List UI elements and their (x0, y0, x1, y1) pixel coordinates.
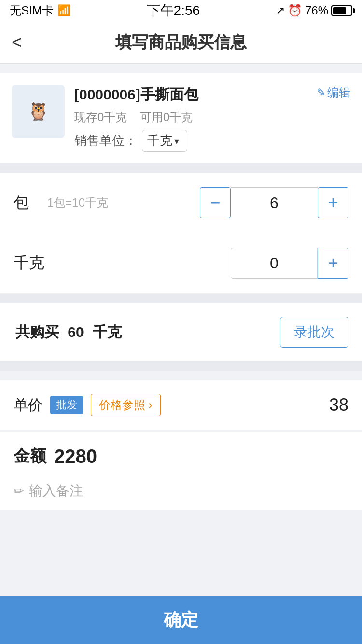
edit-label: 编辑 (327, 85, 350, 100)
amount-value: 2280 (54, 446, 97, 467)
unit-value: 千克 (147, 132, 172, 149)
remark-row[interactable]: ✏ 输入备注 (14, 477, 348, 505)
total-row: 共购买 60 千克 录批次 (0, 303, 362, 361)
total-text: 共购买 60 千克 (14, 322, 124, 342)
confirm-label: 确定 (164, 608, 198, 632)
quantity-label-bao: 包 (14, 192, 42, 213)
product-logo: 🦉 (28, 101, 49, 122)
stock-text: 现存0千克 (74, 111, 127, 124)
status-right: ↗ ⏰ 76% (276, 4, 352, 17)
alarm-icon: ⏰ (288, 4, 302, 17)
decrement-button-bao[interactable]: − (200, 187, 231, 218)
quantity-hint-bao: 1包=10千克 (47, 195, 200, 210)
available-text: 可用0千克 (140, 111, 193, 124)
battery-percent: 76% (305, 4, 328, 17)
carrier-text: 无SIM卡 (10, 3, 54, 18)
batch-label: 录批次 (294, 324, 334, 339)
total-amount: 60 (68, 324, 84, 340)
confirm-button[interactable]: 确定 (0, 596, 362, 644)
wifi-icon: 📶 (57, 4, 70, 17)
increment-button-bao[interactable]: + (318, 187, 348, 218)
product-stock: 现存0千克 可用0千克 (74, 110, 350, 125)
total-prefix: 共购买 (15, 324, 59, 340)
product-info: [0000006]手撕面包 现存0千克 可用0千克 销售单位： 千克 ▾ (74, 85, 350, 152)
location-icon: ↗ (276, 4, 285, 17)
chevron-down-icon: ▾ (174, 135, 179, 147)
price-ref-label: 价格参照 › (99, 397, 153, 413)
unit-label: 销售单位： (74, 132, 137, 149)
status-bar: 无SIM卡 📶 下午2:56 ↗ ⏰ 76% (0, 0, 362, 21)
edit-button[interactable]: ✎ 编辑 (317, 85, 350, 100)
product-image: 🦉 (12, 85, 65, 138)
quantity-input-kg[interactable] (231, 248, 318, 279)
unit-select[interactable]: 千克 ▾ (142, 130, 187, 152)
product-unit-row: 销售单位： 千克 ▾ (74, 130, 350, 152)
quantity-label-kg: 千克 (14, 252, 44, 274)
back-button[interactable]: < (12, 32, 22, 53)
increment-button-kg[interactable]: + (318, 248, 348, 279)
quantity-section: 包 1包=10千克 − + 千克 + (0, 173, 362, 294)
amount-label: 金额 (14, 445, 46, 467)
product-name: [0000006]手撕面包 (74, 85, 350, 105)
section-divider-3 (0, 361, 362, 371)
status-carrier: 无SIM卡 📶 (10, 3, 70, 18)
amount-row: 金额 2280 (14, 445, 348, 467)
edit-icon: ✎ (317, 86, 325, 99)
price-value: 38 (329, 395, 348, 415)
quantity-input-bao[interactable] (231, 187, 318, 218)
batch-button[interactable]: 录批次 (280, 317, 348, 348)
quantity-controls-bao: − + (200, 187, 348, 218)
quantity-controls-kg: + (231, 248, 348, 279)
battery-icon (331, 5, 352, 16)
section-divider-2 (0, 294, 362, 303)
price-label: 单价 (14, 395, 42, 415)
price-ref-button[interactable]: 价格参照 › (91, 394, 161, 416)
remark-placeholder: 输入备注 (29, 482, 83, 500)
pencil-icon: ✏ (14, 484, 24, 499)
product-card: 🦉 [0000006]手撕面包 现存0千克 可用0千克 销售单位： 千克 ▾ ✎… (0, 73, 362, 163)
total-unit: 千克 (93, 324, 122, 340)
status-time: 下午2:56 (147, 1, 200, 20)
price-section: 单价 批发 价格参照 › 38 (0, 380, 362, 430)
amount-section: 金额 2280 ✏ 输入备注 (0, 432, 362, 510)
price-type-tag: 批发 (50, 396, 83, 414)
nav-bar: < 填写商品购买信息 (0, 21, 362, 64)
section-divider-1 (0, 163, 362, 173)
page-title: 填写商品购买信息 (115, 31, 247, 54)
quantity-row-bao: 包 1包=10千克 − + (0, 173, 362, 233)
quantity-row-kg: 千克 + (0, 233, 362, 294)
